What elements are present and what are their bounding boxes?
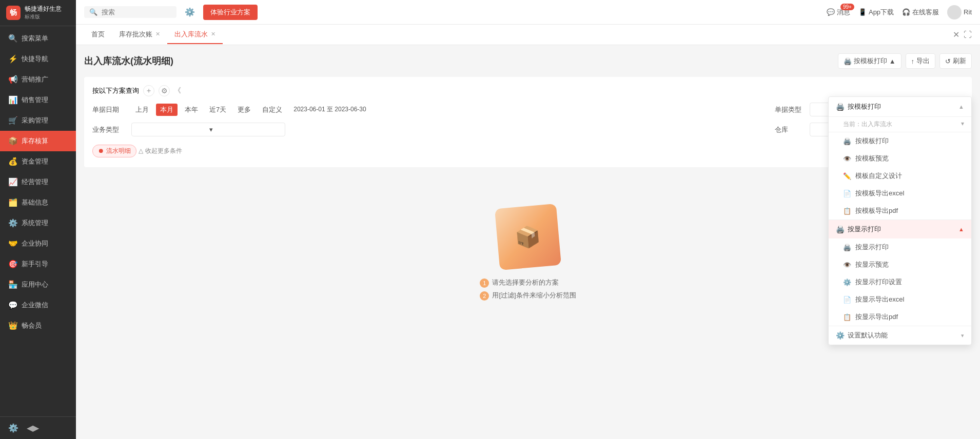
- date-this-month[interactable]: 本月: [156, 104, 178, 116]
- message-icon: 💬: [827, 8, 835, 16]
- sidebar-item-inventory[interactable]: 📦 库存核算: [0, 131, 76, 151]
- sidebar-item-label: 应用中心: [22, 280, 48, 289]
- tag-label: 流水明细: [106, 147, 131, 155]
- page-title: 出入库流水(流水明细): [84, 55, 173, 67]
- filter-collapse-icon[interactable]: 《: [174, 86, 181, 95]
- basic-icon: 🗂️: [8, 198, 17, 207]
- template-preview-icon: 👁️: [843, 155, 851, 163]
- header-right: 💬 消息 99+ 📱 App下载 🎧 在线客服 Rit: [827, 5, 972, 19]
- sidebar-item-member[interactable]: 👑 畅会员: [0, 315, 76, 336]
- dropdown-footer[interactable]: ⚙️ 设置默认功能 ▾: [829, 326, 971, 345]
- date-prev-month[interactable]: 上月: [131, 104, 153, 116]
- business-type-select[interactable]: ▾: [131, 123, 285, 136]
- sidebar-item-collab[interactable]: 🤝 企业协同: [0, 233, 76, 254]
- tab-flow-close[interactable]: ✕: [211, 31, 215, 37]
- display-export-pdf-item[interactable]: 📋 按显示导出pdf: [829, 308, 971, 326]
- display-preview-icon: 👁️: [843, 261, 851, 269]
- close-tab-button[interactable]: ✕: [953, 30, 959, 39]
- sidebar-item-quick-nav[interactable]: ⚡ 快捷导航: [0, 49, 76, 69]
- template-design-item[interactable]: ✏️ 模板自定义设计: [829, 167, 971, 185]
- template-print-dropdown: 🖨️ 按模板打印 ▲ 当前：出入库流水 ▾ 🖨️ 按模板打印 👁️ 按模板预览: [828, 96, 972, 345]
- refresh-button[interactable]: ↺ 刷新: [939, 53, 972, 69]
- date-range-display: 2023-06-01 至 2023-06-30: [293, 105, 366, 114]
- template-preview-label: 按模板预览: [855, 154, 889, 163]
- refresh-icon: ↺: [945, 57, 951, 65]
- tabs-bar: 首页 库存批次账 ✕ 出入库流水 ✕ ✕ ⛶: [76, 25, 980, 45]
- sidebar-item-label: 库存核算: [22, 136, 48, 146]
- sidebar-item-guide[interactable]: 🎯 新手引导: [0, 254, 76, 274]
- display-print-settings-item[interactable]: ⚙️ 按显示打印设置: [829, 273, 971, 291]
- tip-text-1: 请先选择要分析的方案: [492, 278, 559, 287]
- sidebar-item-operation[interactable]: 📈 经营管理: [0, 172, 76, 192]
- tip-num-1: 1: [480, 278, 489, 288]
- sidebar-item-finance[interactable]: 💰 资金管理: [0, 151, 76, 172]
- display-preview-item[interactable]: 👁️ 按显示预览: [829, 256, 971, 273]
- date-more[interactable]: 更多: [233, 104, 255, 116]
- collapse-label: 收起更多条件: [145, 147, 182, 155]
- template-export-excel-label: 按模板导出excel: [855, 189, 904, 198]
- display-export-pdf-label: 按显示导出pdf: [855, 312, 898, 322]
- tab-batch-close[interactable]: ✕: [155, 31, 160, 37]
- active-filter-tag[interactable]: ⏺ 流水明细: [92, 145, 136, 157]
- filter-add-button[interactable]: ＋: [143, 85, 154, 96]
- settings-icon[interactable]: ⚙️: [8, 423, 18, 433]
- template-print-button[interactable]: 🖨️ 按模板打印 ▲: [838, 53, 901, 69]
- messages-button[interactable]: 💬 消息 99+: [827, 8, 850, 17]
- empty-tip-1: 1 请先选择要分析的方案: [480, 278, 576, 288]
- sales-icon: 📊: [8, 95, 17, 105]
- display-print-section-header[interactable]: 🖨️ 按显示打印 ▲: [829, 220, 971, 238]
- template-export-pdf-item[interactable]: 📋 按模板导出pdf: [829, 202, 971, 220]
- header-search[interactable]: 🔍: [84, 6, 177, 18]
- display-excel-icon: 📄: [843, 296, 851, 304]
- display-export-excel-item[interactable]: 📄 按显示导出excel: [829, 291, 971, 308]
- date-7days[interactable]: 近7天: [205, 104, 230, 116]
- sidebar-item-marketing[interactable]: 📢 营销推广: [0, 69, 76, 90]
- sidebar-item-label: 采购管理: [22, 116, 48, 125]
- sidebar-item-label: 经营管理: [22, 177, 48, 187]
- tab-flow[interactable]: 出入库流水 ✕: [167, 26, 223, 44]
- online-service-label: 在线客服: [912, 8, 939, 17]
- date-filter: 上月 本月 本年 近7天 更多 自定义 2023-06-01 至 2023-06…: [131, 104, 366, 116]
- template-print-icon: 🖨️: [843, 137, 851, 145]
- filter-setting-button[interactable]: ⚙: [159, 85, 170, 96]
- sidebar-footer: ⚙️ ◀▶: [0, 416, 76, 439]
- template-preview-item[interactable]: 👁️ 按模板预览: [829, 150, 971, 167]
- page-content: 出入库流水(流水明细) 🖨️ 按模板打印 ▲ ↑ 导出 ↺ 刷新: [76, 45, 980, 439]
- template-export-pdf-label: 按模板导出pdf: [855, 206, 898, 215]
- collapse-conditions-button[interactable]: △ 收起更多条件: [136, 145, 184, 157]
- sidebar-item-wechat[interactable]: 💬 企业微信: [0, 295, 76, 315]
- date-custom[interactable]: 自定义: [258, 104, 286, 116]
- template-pdf-icon: 📋: [843, 207, 851, 215]
- sidebar-item-search[interactable]: 🔍 搜索菜单: [0, 28, 76, 49]
- sidebar-item-sales[interactable]: 📊 销售管理: [0, 90, 76, 110]
- template-print-item[interactable]: 🖨️ 按模板打印: [829, 132, 971, 150]
- sidebar-item-system[interactable]: ⚙️ 系统管理: [0, 213, 76, 233]
- export-button[interactable]: ↑ 导出: [906, 53, 936, 69]
- tab-home[interactable]: 首页: [84, 26, 112, 44]
- empty-tips: 1 请先选择要分析的方案 2 用[过滤]条件来缩小分析范围: [480, 278, 576, 304]
- user-menu[interactable]: Rit: [947, 5, 972, 19]
- sidebar-item-appstore[interactable]: 🏪 应用中心: [0, 274, 76, 295]
- header-gear-icon[interactable]: ⚙️: [185, 7, 195, 17]
- online-service-button[interactable]: 🎧 在线客服: [902, 8, 939, 17]
- template-export-excel-item[interactable]: 📄 按模板导出excel: [829, 185, 971, 202]
- dropdown-header-icon: 🖨️: [836, 103, 845, 111]
- app-download-button[interactable]: 📱 App下载: [858, 8, 894, 17]
- dropdown-footer-label: 设置默认功能: [848, 331, 888, 340]
- collapse-sidebar-icon[interactable]: ◀▶: [27, 423, 39, 433]
- app-name: 畅捷通好生意: [25, 5, 62, 13]
- expand-tab-button[interactable]: ⛶: [964, 30, 972, 39]
- tab-batch-account[interactable]: 库存批次账 ✕: [112, 26, 167, 44]
- business-type-chevron-icon: ▾: [209, 126, 280, 133]
- sidebar-item-purchase[interactable]: 🛒 采购管理: [0, 110, 76, 131]
- doc-type-label: 单据类型: [775, 105, 806, 114]
- date-this-year[interactable]: 本年: [181, 104, 202, 116]
- display-section-chevron: ▲: [958, 226, 964, 232]
- display-print-item[interactable]: 🖨️ 按显示打印: [829, 238, 971, 256]
- search-input[interactable]: [102, 8, 163, 16]
- sidebar-item-label: 畅会员: [22, 321, 42, 330]
- sidebar-item-basic[interactable]: 🗂️ 基础信息: [0, 192, 76, 213]
- trial-button[interactable]: 体验行业方案: [203, 5, 258, 20]
- footer-chevron: ▾: [961, 332, 964, 339]
- tag-filter-icon: ⏺: [98, 147, 104, 154]
